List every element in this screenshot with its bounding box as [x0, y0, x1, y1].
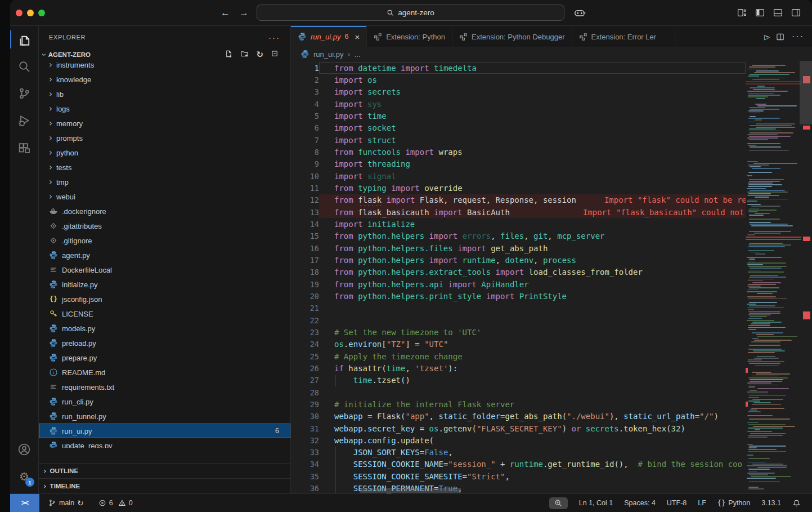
code-line-26[interactable]: 26if hasattr(time, 'tzset'):: [291, 362, 746, 374]
zoom-indicator[interactable]: [549, 497, 568, 509]
close-window-button[interactable]: [16, 10, 23, 16]
code-line-28[interactable]: 28: [291, 386, 746, 398]
code-line-25[interactable]: 25# Apply the timezone change: [291, 350, 746, 362]
eol-sequence[interactable]: LF: [693, 499, 711, 507]
code-line-4[interactable]: 4import sys: [291, 98, 746, 110]
breadcrumb-more[interactable]: ...: [355, 50, 361, 59]
code-line-18[interactable]: 18from python.helpers.extract_tools impo…: [291, 266, 746, 278]
activity-run-debug[interactable]: [10, 107, 38, 134]
tree-folder-logs[interactable]: ›logs: [39, 101, 290, 116]
tree-folder-webui[interactable]: ›webui: [39, 189, 290, 204]
tree-file-DockerfileLocal[interactable]: DockerfileLocal: [39, 262, 290, 277]
branch-item[interactable]: main ↻: [44, 494, 88, 512]
tree-file-initialize.py[interactable]: initialize.py: [39, 277, 290, 292]
tree-folder-instruments[interactable]: ›instruments: [39, 61, 290, 72]
tree-file-.dockerignore[interactable]: .dockerignore: [39, 204, 290, 219]
breadcrumb-file[interactable]: run_ui.py: [313, 50, 343, 59]
tree-folder-lib[interactable]: ›lib: [39, 87, 290, 101]
indentation[interactable]: Spaces: 4: [620, 499, 660, 507]
minimap[interactable]: [746, 61, 801, 493]
collapse-all-icon[interactable]: [271, 50, 279, 60]
tree-folder-knowledge[interactable]: ›knowledge: [39, 72, 290, 87]
tree-file-LICENSE[interactable]: LICENSE: [39, 306, 290, 321]
tree-file-jsconfig.json[interactable]: {}jsconfig.json: [39, 292, 290, 306]
tab-run-ui-py[interactable]: run_ui.py6×: [291, 26, 367, 47]
maximize-window-button[interactable]: [38, 10, 45, 16]
tree-file-README.md[interactable]: iREADME.md: [39, 365, 290, 380]
code-line-19[interactable]: 19from python.helpers.api import ApiHand…: [291, 278, 746, 290]
more-actions-icon[interactable]: ···: [268, 33, 280, 42]
tree-file-preload.py[interactable]: preload.py: [39, 336, 290, 350]
code-line-24[interactable]: 24os.environ["TZ"] = "UTC": [291, 339, 746, 350]
tree-file-prepare.py[interactable]: prepare.py: [39, 350, 290, 365]
code-line-5[interactable]: 5import time: [291, 110, 746, 122]
activity-search[interactable]: [10, 53, 38, 80]
remote-indicator[interactable]: ><: [10, 494, 39, 512]
outline-section[interactable]: ›OUTLINE: [39, 463, 290, 478]
activity-explorer[interactable]: [10, 26, 38, 53]
tree-file-run_ui.py[interactable]: run_ui.py6: [39, 424, 290, 438]
refresh-icon[interactable]: ↻: [256, 50, 263, 60]
code-line-8[interactable]: 8from functools import wraps: [291, 146, 746, 158]
code-line-33[interactable]: 33 JSON_SORT_KEYS=False,: [291, 447, 746, 458]
toggle-panel-icon[interactable]: [773, 8, 783, 17]
tree-folder-prompts[interactable]: ›prompts: [39, 131, 290, 145]
code-line-17[interactable]: 17from python.helpers import runtime, do…: [291, 254, 746, 266]
code-line-21[interactable]: 21: [291, 302, 746, 314]
tree-file-.gitattributes[interactable]: .gitattributes: [39, 219, 290, 233]
code-line-20[interactable]: 20from python.helpers.print_style import…: [291, 290, 746, 302]
tree-file-.gitignore[interactable]: .gitignore: [39, 233, 290, 248]
tree-file-run_cli.py[interactable]: run_cli.py: [39, 394, 290, 409]
tree-folder-memory[interactable]: ›memory: [39, 116, 290, 131]
tree-file-models.py[interactable]: models.py: [39, 321, 290, 336]
code-line-2[interactable]: 2import os: [291, 74, 746, 86]
tree-folder-tests[interactable]: ›tests: [39, 160, 290, 175]
toggle-sidebar-icon[interactable]: [755, 8, 765, 17]
code-editor[interactable]: 1from datetime import timedelta2import o…: [291, 61, 812, 493]
run-python-file-button[interactable]: ▷›: [764, 33, 769, 41]
activity-extensions[interactable]: [10, 134, 38, 161]
code-line-30[interactable]: 30webapp = Flask("app", static_folder=ge…: [291, 411, 746, 422]
cursor-position[interactable]: Ln 1, Col 1: [575, 499, 617, 507]
tab-extension-python-debugger[interactable]: Extension: Python Debugger: [452, 26, 572, 47]
code-line-6[interactable]: 6import socket: [291, 122, 746, 134]
code-line-14[interactable]: 14import initialize: [291, 218, 746, 230]
code-line-27[interactable]: 27 time.tzset(): [291, 375, 746, 386]
tab-extension-python[interactable]: Extension: Python: [367, 26, 452, 47]
more-actions-icon[interactable]: ···: [792, 32, 804, 42]
tree-file-update_reqs.py[interactable]: update_reqs.py: [39, 438, 290, 448]
account-button[interactable]: [10, 436, 38, 463]
code-line-3[interactable]: 3import secrets: [291, 86, 746, 98]
bell-icon[interactable]: [788, 499, 805, 507]
command-center[interactable]: agent-zero: [257, 5, 564, 21]
tree-folder-tmp[interactable]: ›tmp: [39, 175, 290, 189]
encoding[interactable]: UTF-8: [662, 499, 691, 507]
tree-file-run_tunnel.py[interactable]: run_tunnel.py: [39, 409, 290, 424]
language-mode[interactable]: {} Python: [713, 499, 755, 507]
code-line-7[interactable]: 7import struct: [291, 134, 746, 146]
customize-layout-icon[interactable]: [737, 8, 747, 17]
toggle-secondary-sidebar-icon[interactable]: [791, 8, 801, 17]
code-line-13[interactable]: 13from flask_basicauth import BasicAuthI…: [291, 206, 746, 218]
back-icon[interactable]: ←: [221, 7, 230, 19]
new-folder-icon[interactable]: [240, 50, 249, 60]
tree-file-agent.py[interactable]: agent.py: [39, 248, 290, 262]
project-root-row[interactable]: › AGENT-ZERO ↻: [39, 48, 290, 61]
breadcrumb[interactable]: run_ui.py › ...: [291, 47, 812, 61]
settings-button[interactable]: ⚙ 1: [10, 463, 38, 490]
minimize-window-button[interactable]: [27, 10, 34, 16]
code-line-10[interactable]: 10import signal: [291, 170, 746, 182]
vertical-scrollbar[interactable]: [800, 61, 812, 124]
code-line-16[interactable]: 16from python.helpers.files import get_a…: [291, 242, 746, 254]
code-line-15[interactable]: 15from python.helpers import errors, fil…: [291, 230, 746, 242]
close-icon[interactable]: ×: [355, 32, 360, 42]
code-line-23[interactable]: 23# Set the new timezone to 'UTC': [291, 326, 746, 338]
code-line-1[interactable]: 1from datetime import timedelta: [291, 62, 746, 74]
python-version[interactable]: 3.13.1: [757, 499, 786, 507]
problems-item[interactable]: 6 0: [94, 494, 137, 512]
code-line-22[interactable]: 22: [291, 314, 746, 326]
timeline-section[interactable]: ›TIMELINE: [39, 478, 290, 493]
activity-source-control[interactable]: [10, 80, 38, 107]
forward-icon[interactable]: →: [239, 7, 249, 19]
code-line-12[interactable]: 12from flask import Flask, request, Resp…: [291, 194, 746, 206]
